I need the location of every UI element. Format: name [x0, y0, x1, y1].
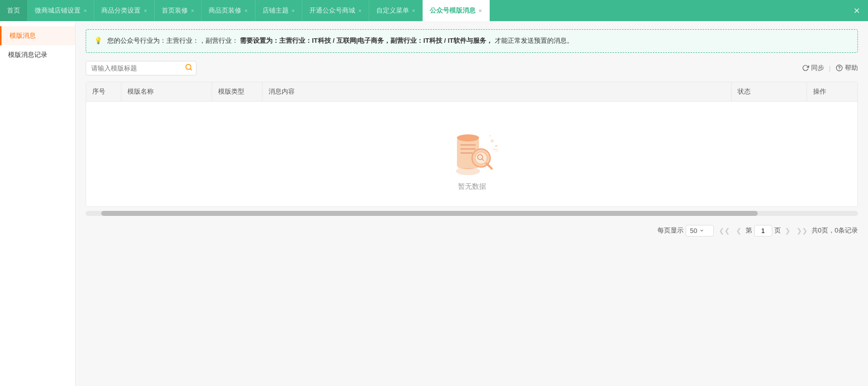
- first-page-button[interactable]: ❮❮: [717, 226, 732, 236]
- nav-tab-product-page-decoration[interactable]: 商品页装修×: [202, 0, 255, 21]
- empty-illustration: [442, 122, 502, 182]
- nav-tab-close-homepage-decoration[interactable]: ×: [191, 8, 194, 14]
- main-layout: 模版消息模版消息记录 💡 您的公众号行业为：主营行业：，副营行业： 需要设置为：…: [0, 21, 868, 386]
- scrollbar-thumb: [101, 211, 758, 216]
- sidebar-item-template-message-records[interactable]: 模版消息记录: [0, 45, 75, 64]
- search-input-wrap: [86, 61, 196, 75]
- sidebar: 模版消息模版消息记录: [0, 21, 76, 386]
- top-nav: 首页微商城店铺设置×商品分类设置×首页装修×商品页装修×店铺主题×开通公众号商城…: [0, 0, 868, 21]
- nav-tab-open-public-shop[interactable]: 开通公众号商城×: [302, 0, 369, 21]
- nav-tab-micro-shop-settings[interactable]: 微商城店铺设置×: [28, 0, 94, 21]
- th-name: 模版名称: [121, 82, 212, 101]
- notice-suffix: 才能正常发送预置的消息。: [495, 37, 573, 44]
- page-number-input[interactable]: [754, 225, 772, 237]
- svg-line-20: [495, 151, 498, 152]
- table-wrap: 序号 模版名称 模版类型 消息内容 状态 操作: [86, 82, 858, 207]
- th-seq: 序号: [86, 82, 121, 101]
- last-page-button[interactable]: ❯❯: [794, 226, 810, 236]
- page-size-label: 每页显示: [657, 226, 684, 235]
- svg-point-16: [491, 139, 494, 142]
- nav-tab-close-custom-menu[interactable]: ×: [412, 8, 415, 14]
- svg-point-12: [475, 152, 487, 164]
- svg-point-17: [495, 145, 497, 147]
- nav-tab-custom-menu[interactable]: 自定义菜单×: [369, 0, 423, 21]
- notice-icon: 💡: [94, 37, 102, 44]
- page-nav: ❮❮ ❮ 第 页 ❯ ❯❯ 共0页，0条记录: [717, 225, 858, 237]
- search-input[interactable]: [86, 61, 196, 75]
- search-button[interactable]: [185, 63, 192, 72]
- th-content: 消息内容: [262, 82, 731, 101]
- page-label: 第: [746, 226, 752, 235]
- content-area: 💡 您的公众号行业为：主营行业：，副营行业： 需要设置为：主营行业：IT科技 /…: [76, 21, 868, 386]
- nav-tab-close-store-theme[interactable]: ×: [292, 8, 295, 14]
- page-size-dropdown[interactable]: 50: [686, 225, 714, 237]
- nav-tab-close-product-page-decoration[interactable]: ×: [244, 8, 247, 14]
- search-bar: 同步 | 帮助: [86, 61, 858, 75]
- help-button[interactable]: 帮助: [836, 63, 858, 72]
- sidebar-item-template-message[interactable]: 模版消息: [0, 26, 75, 45]
- svg-point-7: [457, 134, 479, 141]
- empty-state: 暂无数据: [86, 102, 857, 206]
- pagination: 每页显示 50 ❮❮ ❮ 第 页 ❯ ❯❯ 共0页，0条记录: [86, 220, 858, 242]
- horizontal-scrollbar[interactable]: [86, 211, 858, 216]
- nav-tab-home[interactable]: 首页: [0, 0, 28, 21]
- search-right: 同步 | 帮助: [802, 63, 858, 72]
- notice-prefix: 您的公众号行业为：主营行业：，副营行业：: [107, 37, 238, 44]
- page-unit: 页: [774, 226, 781, 235]
- empty-text: 暂无数据: [458, 182, 486, 191]
- prev-page-button[interactable]: ❮: [734, 226, 744, 236]
- svg-point-18: [489, 135, 491, 137]
- close-all-button[interactable]: ✕: [845, 0, 868, 21]
- next-page-button[interactable]: ❯: [783, 226, 792, 236]
- th-action: 操作: [807, 82, 857, 101]
- nav-tab-close-micro-shop-settings[interactable]: ×: [84, 8, 87, 14]
- nav-tab-product-category-settings[interactable]: 商品分类设置×: [94, 0, 154, 21]
- nav-tab-close-template-message[interactable]: ×: [479, 8, 482, 14]
- notice-highlight: 需要设置为：主营行业：IT科技 / 互联网|电子商务，副营行业：IT科技 / I…: [240, 37, 493, 44]
- table-header: 序号 模版名称 模版类型 消息内容 状态 操作: [86, 82, 857, 102]
- search-left: [86, 61, 196, 75]
- sync-button[interactable]: 同步: [802, 63, 824, 72]
- help-label: 帮助: [845, 63, 858, 72]
- page-size-select: 每页显示 50: [657, 225, 714, 237]
- notice-box: 💡 您的公众号行业为：主营行业：，副营行业： 需要设置为：主营行业：IT科技 /…: [86, 29, 858, 53]
- nav-tab-store-theme[interactable]: 店铺主题×: [255, 0, 302, 21]
- svg-line-1: [190, 69, 191, 70]
- th-status: 状态: [731, 82, 807, 101]
- page-total: 共0页，0条记录: [812, 226, 858, 235]
- nav-tab-homepage-decoration[interactable]: 首页装修×: [155, 0, 202, 21]
- svg-line-13: [487, 164, 492, 169]
- nav-tab-close-product-category-settings[interactable]: ×: [144, 8, 147, 14]
- sync-label: 同步: [811, 63, 824, 72]
- divider: |: [829, 64, 831, 72]
- nav-tab-close-open-public-shop[interactable]: ×: [358, 8, 361, 14]
- page-size-value: 50: [690, 227, 697, 235]
- nav-tab-template-message[interactable]: 公众号模版消息×: [423, 0, 489, 21]
- th-type: 模版类型: [212, 82, 262, 101]
